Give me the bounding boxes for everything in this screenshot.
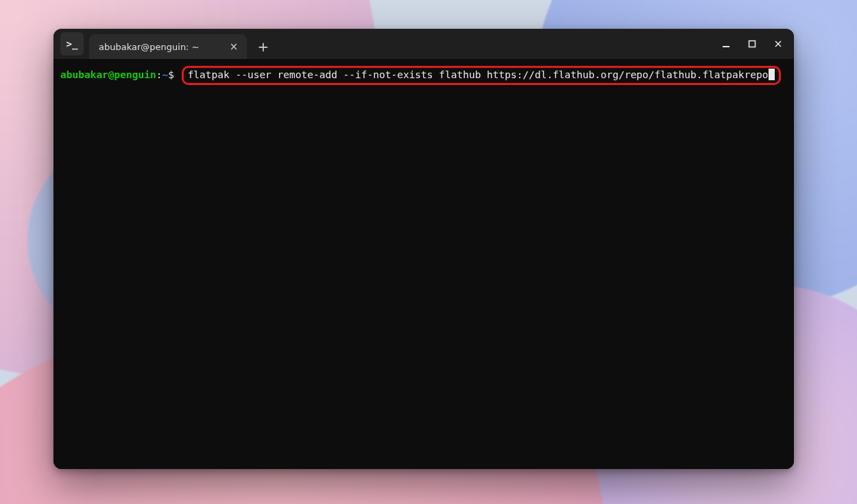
- terminal-window: >_ abubakar@penguin: ~ × + abubakar@peng…: [53, 29, 794, 469]
- tab-title: abubakar@penguin: ~: [99, 42, 221, 52]
- window-minimize-button[interactable]: [714, 34, 738, 54]
- command-highlight-annotation: flatpak --user remote-add --if-not-exist…: [182, 66, 782, 85]
- terminal-app-icon-glyph: >_: [67, 38, 78, 49]
- close-icon: ×: [230, 42, 239, 52]
- window-close-button[interactable]: [767, 34, 790, 54]
- minimize-icon: [721, 39, 731, 49]
- window-maximize-button[interactable]: [740, 34, 764, 54]
- tab-bar: >_ abubakar@penguin: ~ × +: [53, 29, 794, 59]
- command-text: flatpak --user remote-add --if-not-exist…: [188, 69, 769, 80]
- prompt-path: ~: [162, 69, 168, 80]
- maximize-icon: [747, 39, 757, 49]
- window-controls: [714, 29, 790, 59]
- tab-close-button[interactable]: ×: [228, 40, 240, 53]
- prompt-dollar: $: [168, 69, 174, 80]
- new-tab-button[interactable]: +: [254, 37, 273, 56]
- terminal-app-icon: >_: [60, 32, 84, 56]
- close-icon: [773, 39, 783, 49]
- prompt-user: abubakar@penguin: [60, 69, 156, 80]
- terminal-cursor: [769, 69, 775, 80]
- tab-active[interactable]: abubakar@penguin: ~ ×: [89, 34, 247, 59]
- terminal-body[interactable]: abubakar@penguin:~$ flatpak --user remot…: [53, 59, 794, 469]
- plus-icon: +: [258, 38, 269, 55]
- svg-rect-1: [749, 41, 756, 47]
